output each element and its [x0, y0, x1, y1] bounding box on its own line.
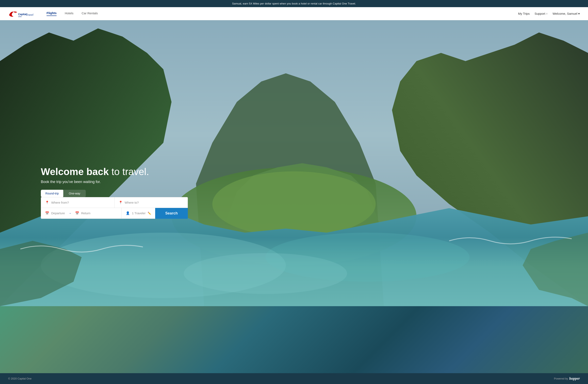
departure-date-input[interactable]: 📅 Departure → 📅 Return [41, 208, 122, 219]
logo-area[interactable]: Capital One Travel [8, 10, 37, 18]
calendar-icon-return: 📅 [75, 211, 79, 215]
where-to-placeholder: Where to? [125, 201, 139, 204]
nav-right-links: My Trips Support ↑ Welcome, Samuel ▾ [518, 12, 580, 16]
nav-link-hotels[interactable]: Hotels [65, 11, 74, 16]
trip-type-selector: Round-trip One-way [41, 190, 86, 197]
arrow-right-icon: → [69, 212, 71, 215]
hero-title: Welcome back to travel. [41, 167, 188, 177]
location-pin-icon-from: 📍 [45, 201, 49, 204]
hero-subtitle: Book the trip you've been waiting for. [41, 180, 188, 184]
hopper-brand: hopper [569, 376, 580, 381]
svg-text:One: One [18, 16, 22, 18]
where-from-placeholder: Where from? [51, 201, 69, 204]
powered-by-label: Powered by [554, 377, 568, 380]
nav-links: Flights Hotels Car Rentals [46, 11, 518, 16]
travelers-input[interactable]: 👤 1 Traveler ✏️ [122, 208, 155, 219]
return-placeholder: Return [81, 212, 90, 215]
hero-illustration [0, 20, 588, 306]
search-date-traveler-row: 📅 Departure → 📅 Return 👤 1 Traveler ✏️ S… [41, 208, 188, 219]
search-location-row: 📍 Where from? 📍 Where to? [41, 197, 188, 208]
where-to-input[interactable]: 📍 Where to? [114, 197, 188, 208]
banner-text: Samual, earn 5X Miles per dollar spent w… [232, 2, 356, 5]
copyright-text: © 2020 Capital One [8, 377, 31, 380]
hero-title-rest: to travel. [109, 166, 149, 177]
hero-content: Welcome back to travel. Book the trip yo… [41, 167, 188, 219]
location-pin-icon-to: 📍 [119, 201, 123, 204]
footer: © 2020 Capital One Powered by hopper [0, 373, 588, 384]
my-trips-link[interactable]: My Trips [518, 12, 530, 15]
departure-placeholder: Departure [51, 212, 65, 215]
svg-point-13 [184, 253, 347, 294]
navbar: Capital One Travel Flights Hotels Car Re… [0, 7, 588, 20]
welcome-user-menu[interactable]: Welcome, Samuel ▾ [552, 12, 580, 16]
travelers-search-group: 👤 1 Traveler ✏️ Search [122, 208, 188, 219]
hero-section: Welcome back to travel. Book the trip yo… [0, 20, 588, 373]
round-trip-tab[interactable]: Round-trip [41, 190, 63, 197]
traveler-count-label: 1 Traveler [132, 212, 146, 215]
svg-text:Capital: Capital [18, 13, 26, 16]
edit-pencil-icon: ✏️ [147, 212, 151, 215]
powered-by: Powered by hopper [554, 376, 580, 381]
support-link[interactable]: Support ↑ [534, 12, 547, 15]
person-icon: 👤 [126, 211, 130, 215]
search-button[interactable]: Search [155, 208, 188, 219]
where-from-input[interactable]: 📍 Where from? [41, 197, 114, 208]
calendar-icon-departure: 📅 [45, 211, 49, 215]
nav-link-car-rentals[interactable]: Car Rentals [82, 11, 98, 16]
hero-title-bold: Welcome back [41, 166, 109, 177]
svg-text:Travel: Travel [26, 13, 34, 16]
one-way-tab[interactable]: One-way [63, 190, 86, 197]
search-form: Round-trip One-way 📍 Where from? 📍 Where… [41, 190, 188, 219]
nav-link-flights[interactable]: Flights [46, 11, 57, 16]
svg-point-9 [212, 171, 376, 237]
top-banner: Samual, earn 5X Miles per dollar spent w… [0, 0, 588, 7]
